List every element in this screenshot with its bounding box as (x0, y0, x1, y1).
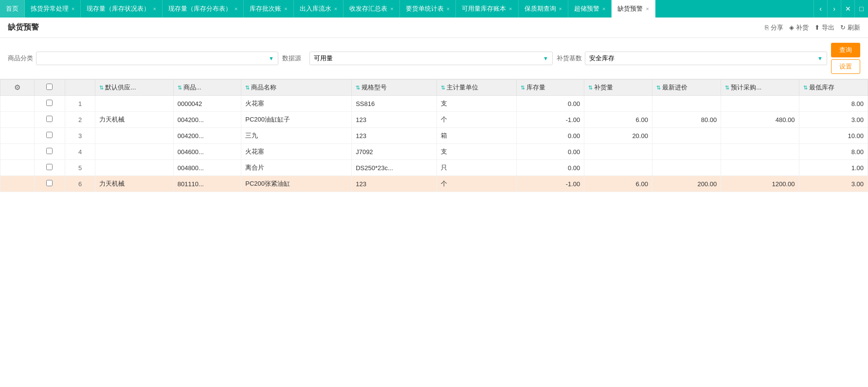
col-stock[interactable]: ⇅库存量 (516, 80, 584, 96)
row-checkbox-5[interactable] (46, 180, 53, 186)
share-button[interactable]: ⎘ 分享 (765, 23, 783, 32)
cell-unit: 箱 (436, 128, 516, 144)
tab-close-collect[interactable]: × (390, 6, 393, 12)
cell-min_stock: 3.00 (799, 176, 868, 192)
col-row_num (65, 80, 95, 96)
cell-replenish: 6.00 (584, 176, 652, 192)
category-select[interactable]: ▼ (36, 52, 278, 65)
cell-default_supplier (95, 144, 173, 160)
col-replenish[interactable]: ⇅补货量 (584, 80, 652, 96)
tab-collect[interactable]: 收发存汇总表× (344, 0, 399, 18)
col-product_name[interactable]: ⇅商品名称 (241, 80, 352, 96)
tab-shortage[interactable]: 缺货预警× (612, 0, 655, 18)
table-row[interactable]: 3004200...三九123箱0.0020.0010.00 (0, 128, 868, 144)
row-num: 6 (65, 176, 95, 192)
cell-spec: DS250*23c... (352, 160, 437, 176)
prev-tab-arrow[interactable]: ‹ (814, 0, 827, 18)
row-checkbox-cell[interactable] (34, 176, 65, 192)
tab-batch[interactable]: 库存批次账× (244, 0, 293, 18)
cell-replenish (584, 160, 652, 176)
tab-inventory2[interactable]: 现存量（库存分布表）× (163, 0, 244, 18)
sort-icon-unit: ⇅ (441, 85, 445, 90)
row-num: 5 (65, 160, 95, 176)
col-default_supplier[interactable]: ⇅默认供应... (95, 80, 173, 96)
page-title: 缺货预警 (8, 22, 765, 33)
cell-default_supplier (95, 96, 173, 112)
tab-demand[interactable]: 要货单统计表× (400, 0, 456, 18)
row-checkbox-cell[interactable] (34, 160, 65, 176)
replenish-label: 补货 (796, 23, 809, 32)
tab-inventory1[interactable]: 现存量（库存状况表）× (81, 0, 162, 18)
tab-close-inventory2[interactable]: × (235, 6, 237, 12)
row-checkbox-cell[interactable] (34, 144, 65, 160)
settings-button[interactable]: 设置 (831, 59, 860, 74)
tab-close-overstock[interactable]: × (602, 6, 605, 12)
table-row[interactable]: 4004600...火花塞J7092支0.008.00 (0, 144, 868, 160)
next-tab-arrow[interactable]: › (827, 0, 841, 18)
cell-product_name: PC200油缸缸子 (241, 112, 352, 128)
cell-product_name: 离合片 (241, 160, 352, 176)
row-num: 2 (65, 112, 95, 128)
maximize-btn[interactable]: □ (854, 0, 868, 18)
row-num: 4 (65, 144, 95, 160)
row-checkbox-cell[interactable] (34, 128, 65, 144)
table-header: ⚙⇅默认供应...⇅商品...⇅商品名称⇅规格型号⇅主计量单位⇅库存量⇅补货量⇅… (0, 80, 868, 96)
export-button[interactable]: ⬆ 导出 (814, 23, 834, 32)
tab-close-available[interactable]: × (509, 6, 512, 12)
table-row[interactable]: 2力天机械004200...PC200油缸缸子123个-1.006.0080.0… (0, 112, 868, 128)
row-gear-cell (0, 112, 35, 128)
sort-icon-stock: ⇅ (521, 85, 525, 90)
tab-expiry[interactable]: 保质期查询× (519, 0, 568, 18)
col-checkbox-header[interactable] (34, 80, 65, 96)
row-checkbox-4[interactable] (46, 164, 53, 170)
table-row[interactable]: 10000042火花塞SS816支0.008.00 (0, 96, 868, 112)
cell-est_purchase (721, 160, 799, 176)
tab-flow[interactable]: 出入库流水× (294, 0, 344, 18)
col-spec[interactable]: ⇅规格型号 (352, 80, 437, 96)
row-checkbox-2[interactable] (46, 132, 53, 138)
row-checkbox-3[interactable] (46, 148, 53, 154)
cell-product_code: 004800... (173, 160, 241, 176)
tab-close-expiry[interactable]: × (559, 6, 562, 12)
table-row[interactable]: 5004800...离合片DS250*23c...只0.001.00 (0, 160, 868, 176)
refresh-label: 刷新 (848, 23, 860, 32)
tab-available[interactable]: 可用量库存账本× (456, 0, 518, 18)
query-button[interactable]: 查询 (831, 43, 860, 57)
table-row[interactable]: 6力天机械801110...PC200张紧油缸123个-1.006.00200.… (0, 176, 868, 192)
cell-min_stock: 8.00 (799, 96, 868, 112)
tab-home[interactable]: 首页 (0, 0, 25, 18)
col-min_stock[interactable]: ⇅最低库存 (799, 80, 868, 96)
col-unit[interactable]: ⇅主计量单位 (436, 80, 516, 96)
tab-close-demand[interactable]: × (447, 6, 450, 12)
col-gear[interactable]: ⚙ (0, 80, 35, 96)
refresh-button[interactable]: ↻ 刷新 (840, 23, 860, 32)
col-latest_price[interactable]: ⇅最新进价 (652, 80, 721, 96)
sort-icon-product_code: ⇅ (178, 85, 182, 90)
table-body: 10000042火花塞SS816支0.008.002力天机械004200...P… (0, 96, 868, 192)
row-checkbox-1[interactable] (46, 116, 53, 122)
tab-overstock[interactable]: 超储预警× (568, 0, 612, 18)
category-label: 商品分类 (8, 54, 33, 63)
col-est_purchase[interactable]: ⇅预计采购... (721, 80, 799, 96)
datasource-select[interactable]: 可用量 ▼ (309, 52, 553, 65)
row-checkbox-0[interactable] (46, 100, 53, 106)
tab-close-flow[interactable]: × (334, 6, 337, 12)
tab-close-shortage[interactable]: × (646, 6, 649, 12)
tab-close-abnormal[interactable]: × (72, 6, 74, 12)
replenish-base-select[interactable]: 安全库存 ▼ (585, 52, 827, 65)
col-product_code[interactable]: ⇅商品... (173, 80, 241, 96)
tab-abnormal[interactable]: 拣货异常处理× (25, 0, 81, 18)
cell-product_code: 0000042 (173, 96, 241, 112)
replenish-icon: ◈ (789, 24, 794, 31)
row-checkbox-cell[interactable] (34, 96, 65, 112)
replenish-base-dropdown-icon: ▼ (817, 55, 823, 61)
row-checkbox-cell[interactable] (34, 112, 65, 128)
tab-close-inventory1[interactable]: × (153, 6, 156, 12)
sort-icon-default_supplier: ⇅ (99, 85, 104, 90)
tab-close-batch[interactable]: × (284, 6, 287, 12)
close-window-btn[interactable]: ✕ (841, 0, 854, 18)
select-all-checkbox[interactable] (46, 84, 53, 90)
replenish-button[interactable]: ◈ 补货 (789, 23, 809, 32)
datasource-label: 数据源 (282, 54, 307, 63)
cell-unit: 个 (436, 176, 516, 192)
